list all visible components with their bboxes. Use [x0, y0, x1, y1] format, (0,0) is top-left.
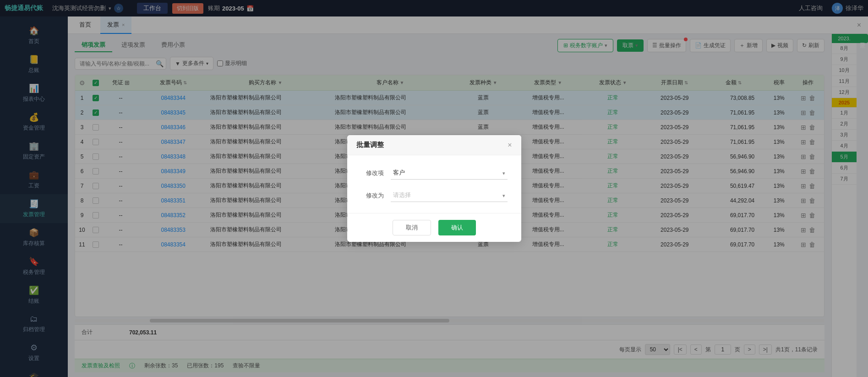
- modal-footer: 取消 确认: [347, 213, 521, 242]
- modal-close-btn[interactable]: ×: [508, 141, 512, 149]
- modal-value-placeholder: 请选择: [393, 191, 411, 199]
- modal-field-label: 修改项: [361, 169, 384, 177]
- modal-row-value: 修改为 请选择: [361, 189, 508, 202]
- modal-overlay[interactable]: 批量调整 × 修改项 客户 修改为 请选择 取消 确认: [0, 0, 868, 377]
- modal-value-select[interactable]: 请选择: [391, 189, 508, 202]
- modal-field-select[interactable]: 客户: [391, 166, 508, 180]
- modal-field-value: 客户: [393, 169, 405, 177]
- modal-body: 修改项 客户 修改为 请选择: [347, 155, 521, 213]
- modal-title: 批量调整: [356, 141, 384, 149]
- modal-field-chevron: [502, 169, 505, 176]
- batch-adjust-modal: 批量调整 × 修改项 客户 修改为 请选择 取消 确认: [347, 135, 521, 242]
- modal-value-label: 修改为: [361, 191, 384, 200]
- modal-cancel-btn[interactable]: 取消: [393, 220, 431, 235]
- modal-row-field: 修改项 客户: [361, 166, 508, 180]
- modal-header: 批量调整 ×: [347, 135, 521, 155]
- modal-value-chevron: [502, 192, 505, 199]
- modal-confirm-btn[interactable]: 确认: [438, 220, 476, 235]
